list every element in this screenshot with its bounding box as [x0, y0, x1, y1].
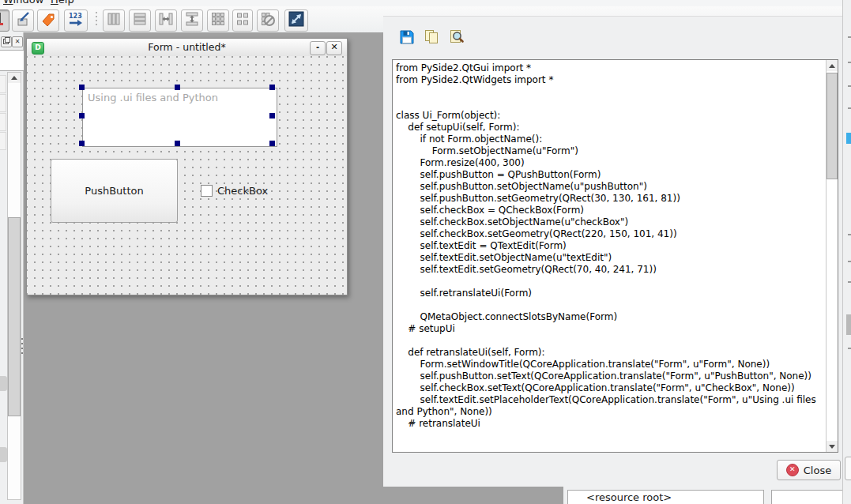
scroll-down-icon[interactable] [827, 441, 838, 452]
scroll-up-icon[interactable] [827, 60, 838, 71]
widget-filter-input[interactable] [0, 50, 26, 71]
resource-tree-panel[interactable]: <resource root> [567, 490, 764, 504]
form-editor-window[interactable]: D Form - untitled* - ✕ Using .ui files a… [26, 38, 348, 295]
tree-row-mark [848, 36, 851, 38]
scrollbar-thumb[interactable] [8, 217, 21, 416]
splitter-grip[interactable] [21, 343, 23, 344]
tab-order-123-icon: 123 [67, 11, 85, 30]
splitter-grip[interactable] [21, 348, 23, 349]
menu-help[interactable]: Help [51, 0, 74, 6]
checkbox-widget[interactable]: CheckBox [201, 175, 281, 207]
widget-box-category[interactable] [0, 376, 7, 391]
find-icon [448, 28, 465, 49]
selected-row-mark [846, 133, 851, 144]
splitter-horizontal-icon [158, 11, 174, 30]
form-window-title: Form - untitled* [27, 41, 347, 53]
minimize-icon[interactable]: - [310, 41, 326, 55]
dock-float-icon[interactable] [1, 36, 12, 47]
widget-box-item[interactable] [0, 94, 6, 112]
edit-widgets-button[interactable] [0, 9, 9, 32]
dock-close-icon[interactable]: ✕ [12, 36, 23, 47]
edit-signals-slots-icon [15, 11, 31, 30]
widget-box-item[interactable] [0, 132, 6, 150]
grid-layout-icon [210, 11, 226, 30]
selection-handle-bottom-right[interactable] [269, 141, 275, 146]
resource-browser-dock: <resource root> [563, 486, 851, 504]
edit-signals-slots-button[interactable] [12, 9, 34, 32]
selection-handle-top-mid[interactable] [175, 85, 180, 90]
toolbar-separator [96, 12, 97, 28]
selection-handle-bottom-mid[interactable] [175, 141, 180, 146]
form-canvas[interactable]: Using .ui files and Python PushButton Ch… [27, 56, 347, 295]
tree-row-mark [848, 85, 851, 87]
widget-box-category[interactable] [0, 447, 7, 462]
red-circle-x-icon: ✕ [786, 464, 799, 476]
tree-row-mark [848, 348, 851, 349]
qt-designer-window: Window Help 123 [0, 0, 851, 504]
selection-handle-top-left[interactable] [79, 85, 85, 90]
right-dock-sliver [842, 0, 851, 504]
edit-tab-order-button[interactable]: 123 [64, 9, 88, 32]
layout-form-button[interactable] [232, 9, 253, 32]
pushbutton-widget[interactable]: PushButton [51, 159, 178, 223]
tree-row-mark [848, 261, 851, 262]
adjust-size-button[interactable] [284, 9, 308, 32]
edit-buddies-button[interactable] [37, 9, 59, 32]
menu-window[interactable]: Window [3, 0, 43, 6]
checkbox-label: CheckBox [217, 185, 268, 197]
scrollbar-thumb[interactable] [846, 314, 851, 335]
code-text[interactable]: from PySide2.QtGui import *from PySide2.… [396, 62, 825, 430]
selection-handle-bottom-left[interactable] [79, 141, 85, 146]
copy-button[interactable] [422, 29, 441, 48]
splitter-vertical-icon [184, 11, 200, 30]
button-sliver[interactable] [845, 457, 851, 480]
selection-handle-mid-right[interactable] [269, 113, 275, 118]
edit-widgets-icon [0, 11, 6, 30]
tree-row-mark [848, 234, 851, 235]
close-icon[interactable]: ✕ [326, 41, 342, 55]
menubar: Window Help [0, 0, 851, 6]
copy-icon [423, 28, 440, 49]
widget-box-dock: ✕ [0, 32, 24, 504]
find-button[interactable] [447, 29, 466, 48]
layout-vertical-splitter-button[interactable] [181, 9, 203, 32]
close-button-label: Close [804, 465, 831, 476]
save-icon [398, 28, 416, 49]
save-button[interactable] [397, 29, 416, 48]
code-scrollbar[interactable] [826, 60, 838, 452]
layout-grid-button[interactable] [207, 9, 229, 32]
scrollbar-thumb[interactable] [827, 73, 838, 179]
form-window-titlebar[interactable]: D Form - untitled* - ✕ [27, 39, 347, 57]
layout-horizontal-icon [106, 11, 122, 30]
checkbox-indicator[interactable] [201, 185, 213, 197]
close-button[interactable]: ✕ Close [777, 460, 841, 480]
splitter-grip[interactable] [21, 352, 23, 354]
widget-box-item[interactable] [0, 75, 6, 93]
selection-handle-mid-left[interactable] [79, 113, 85, 118]
pushbutton-label: PushButton [85, 185, 143, 197]
layout-horizontal-splitter-button[interactable] [155, 9, 177, 32]
buddy-tag-icon [40, 11, 56, 30]
break-layout-icon [260, 11, 276, 30]
break-layout-button[interactable] [257, 9, 279, 32]
code-preview-dialog: from PySide2.QtGui import *from PySide2.… [383, 16, 842, 487]
layout-vertically-button[interactable] [129, 9, 151, 32]
widget-box-scrollbar[interactable] [7, 72, 21, 500]
resource-files-panel[interactable] [771, 490, 851, 504]
layout-vertical-icon [132, 11, 148, 30]
scroll-up-icon[interactable] [8, 73, 21, 83]
form-layout-icon [235, 11, 250, 30]
code-area[interactable]: from PySide2.QtGui import *from PySide2.… [392, 59, 838, 453]
svg-text:123: 123 [69, 13, 82, 20]
textedit-widget[interactable]: Using .ui files and Python [82, 88, 277, 147]
resource-root-item[interactable]: <resource root> [586, 491, 672, 503]
splitter-grip[interactable] [21, 338, 23, 340]
tree-row-mark [848, 107, 851, 109]
adjust-size-icon [288, 10, 305, 31]
tree-row-mark [848, 62, 851, 63]
widget-box-item[interactable] [0, 113, 6, 131]
tree-row-mark [848, 281, 851, 283]
layout-horizontally-button[interactable] [103, 9, 125, 32]
selection-handle-top-right[interactable] [269, 85, 275, 90]
